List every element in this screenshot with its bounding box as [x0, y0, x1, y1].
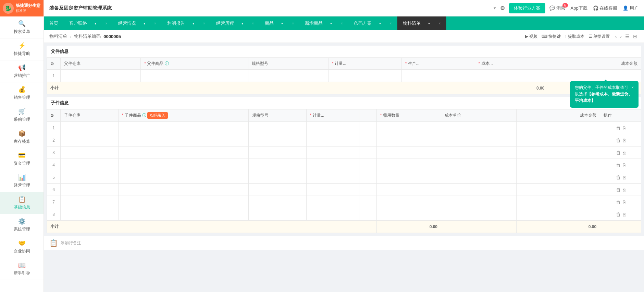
- delete-icon-1[interactable]: 🗑: [616, 125, 621, 131]
- close-tab-经营历程[interactable]: ×: [252, 22, 254, 25]
- child-cell-unitcost-8[interactable]: [441, 208, 499, 221]
- parent-cell-warehouse[interactable]: [61, 70, 141, 82]
- child-cell-unitcost-4[interactable]: [441, 159, 499, 171]
- child-cell-spec-8[interactable]: [248, 208, 306, 221]
- close-tab-新增商品[interactable]: ×: [341, 22, 343, 25]
- close-tab-客户联络[interactable]: ×: [105, 22, 107, 25]
- parent-cell-product[interactable]: [141, 70, 248, 82]
- delete-icon-6[interactable]: 🗑: [616, 187, 621, 192]
- parent-cell-spec[interactable]: [248, 70, 328, 82]
- parent-cell-cost[interactable]: [475, 70, 548, 82]
- nav-tab-物料清单[interactable]: 物料清单 ▾×: [397, 16, 446, 30]
- copy-icon-3[interactable]: ⎘: [623, 150, 626, 155]
- online-service[interactable]: 🎧 在线客服: [593, 5, 618, 11]
- next-arrow[interactable]: ›: [619, 33, 623, 40]
- parent-cell-unit[interactable]: [328, 70, 401, 82]
- child-cell-unit-5[interactable]: [306, 171, 359, 184]
- child-cell-unit-3[interactable]: [306, 147, 359, 159]
- copy-icon-1[interactable]: ⎘: [623, 125, 626, 131]
- prev-arrow[interactable]: ‹: [614, 33, 618, 40]
- child-cell-spec-5[interactable]: [248, 171, 306, 184]
- nav-tab-经营情况[interactable]: 经营情况 ▾×: [113, 16, 162, 30]
- close-tab-条码方案[interactable]: ×: [390, 22, 392, 25]
- child-cell-unit-8[interactable]: [306, 208, 359, 221]
- sidebar-item-快捷导航[interactable]: ⚡快捷导航: [0, 38, 44, 60]
- delete-icon-7[interactable]: 🗑: [616, 199, 621, 205]
- user-icon[interactable]: 👤 用户: [623, 5, 639, 11]
- child-cell-unit-4[interactable]: [306, 159, 359, 171]
- child-cell-warehouse-4[interactable]: [61, 159, 119, 171]
- copy-icon-4[interactable]: ⎘: [623, 162, 626, 168]
- bottom-add-icon[interactable]: 📋: [49, 239, 58, 247]
- sidebar-item-资金管理[interactable]: 💳资金管理: [0, 148, 44, 170]
- child-cell-qty-2[interactable]: [376, 134, 441, 147]
- child-cell-product-2[interactable]: [118, 134, 248, 147]
- child-cell-warehouse-3[interactable]: [61, 147, 119, 159]
- sidebar-item-营销推广[interactable]: 📢营销推广: [0, 60, 44, 82]
- child-cell-product-1[interactable]: [118, 122, 248, 134]
- child-cell-spec-3[interactable]: [248, 147, 306, 159]
- parent-cell-produce[interactable]: [401, 70, 475, 82]
- delete-icon-2[interactable]: 🗑: [616, 138, 621, 143]
- child-cell-product-5[interactable]: [118, 171, 248, 184]
- nav-tab-条码方案[interactable]: 条码方案 ▾×: [348, 16, 397, 30]
- child-cell-qty-4[interactable]: [376, 159, 441, 171]
- child-cell-spec-7[interactable]: [248, 196, 306, 208]
- child-col-settings[interactable]: ⚙: [47, 109, 61, 122]
- close-tab-经营情况[interactable]: ×: [154, 22, 156, 25]
- child-cell-qty-8[interactable]: [376, 208, 441, 221]
- child-cell-product-6[interactable]: [118, 184, 248, 196]
- close-tab-物料清单[interactable]: ×: [439, 22, 441, 25]
- child-cell-warehouse-5[interactable]: [61, 171, 119, 184]
- copy-icon-5[interactable]: ⎘: [623, 175, 626, 180]
- settings-action[interactable]: ☰ 单据设置: [589, 34, 610, 39]
- copy-icon-8[interactable]: ⎘: [623, 212, 626, 217]
- child-cell-warehouse-8[interactable]: [61, 208, 119, 221]
- child-cell-qty-5[interactable]: [376, 171, 441, 184]
- sidebar-item-销售管理[interactable]: 💰销售管理: [0, 82, 44, 104]
- parent-col-settings[interactable]: ⚙: [47, 58, 61, 70]
- gear-icon[interactable]: ⚙: [500, 5, 505, 11]
- child-cell-unitcost-2[interactable]: [441, 134, 499, 147]
- child-cell-unit-1[interactable]: [306, 122, 359, 134]
- child-cell-qty-6[interactable]: [376, 184, 441, 196]
- nav-tab-利润报告[interactable]: 利润报告 ▾×: [162, 16, 211, 30]
- child-cell-unitcost-5[interactable]: [441, 171, 499, 184]
- child-cell-spec-6[interactable]: [248, 184, 306, 196]
- trial-button[interactable]: 体验行业方案: [509, 3, 545, 13]
- child-cell-qty-3[interactable]: [376, 147, 441, 159]
- sidebar-item-基础信息[interactable]: 📋基础信息: [0, 192, 44, 214]
- sidebar-item-系统管理[interactable]: ⚙️系统管理: [0, 214, 44, 236]
- child-cell-spec-4[interactable]: [248, 159, 306, 171]
- nav-tab-首页[interactable]: 首页: [44, 16, 64, 30]
- child-cell-unitcost-3[interactable]: [441, 147, 499, 159]
- child-cell-warehouse-7[interactable]: [61, 196, 119, 208]
- child-cell-product-3[interactable]: [118, 147, 248, 159]
- cost-action[interactable]: ↑ 提取成本: [565, 34, 584, 39]
- breadcrumb-item1[interactable]: 物料清单: [49, 33, 67, 39]
- grid-toggle[interactable]: ⊞: [632, 33, 639, 40]
- copy-icon-7[interactable]: ⎘: [623, 199, 626, 205]
- nav-tab-新增商品[interactable]: 新增商品 ▾×: [299, 16, 348, 30]
- child-cell-qty-7[interactable]: [376, 196, 441, 208]
- copy-icon-2[interactable]: ⎘: [623, 138, 626, 143]
- dropdown-arrow[interactable]: ▾: [494, 5, 496, 11]
- sidebar-item-采购管理[interactable]: 🛒采购管理: [0, 104, 44, 126]
- child-cell-unit-2[interactable]: [306, 134, 359, 147]
- shortcut-action[interactable]: ⌨ 快捷键: [542, 34, 561, 39]
- sidebar-item-经营管理[interactable]: 📊经营管理: [0, 170, 44, 192]
- child-cell-product-4[interactable]: [118, 159, 248, 171]
- nav-tab-商品[interactable]: 商品 ▾×: [259, 16, 299, 30]
- nav-tab-客户联络[interactable]: 客户联络 ▾×: [64, 16, 113, 30]
- sidebar-item-搜索菜单[interactable]: 🔍搜索菜单: [0, 16, 44, 38]
- child-cell-product-8[interactable]: [118, 208, 248, 221]
- sidebar-item-新手引导[interactable]: 📖新手引导: [0, 258, 44, 280]
- copy-icon-6[interactable]: ⎘: [623, 187, 626, 192]
- child-cell-unitcost-7[interactable]: [441, 196, 499, 208]
- delete-icon-5[interactable]: 🗑: [616, 175, 621, 180]
- app-download[interactable]: App下载: [571, 5, 587, 11]
- child-cell-warehouse-1[interactable]: [61, 122, 119, 134]
- child-cell-qty-1[interactable]: [376, 122, 441, 134]
- child-cell-unitcost-1[interactable]: [441, 122, 499, 134]
- sidebar-item-企业协同[interactable]: 🤝企业协同: [0, 236, 44, 258]
